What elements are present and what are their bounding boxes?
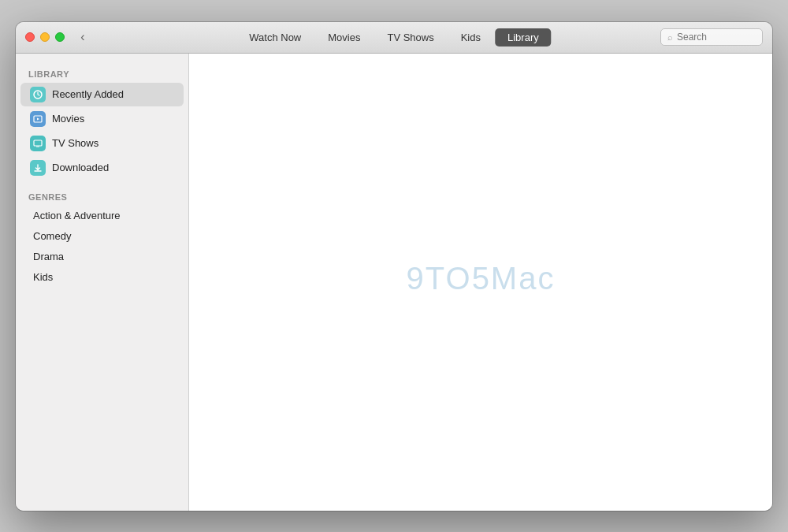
nav-tabs: Watch Now Movies TV Shows Kids Library [236,28,551,47]
sidebar-item-downloaded[interactable]: Downloaded [20,156,184,180]
main-content: 9TO5Mac [189,54,772,511]
close-button[interactable] [25,32,35,42]
search-box[interactable]: ⌕ [660,28,763,46]
app-window: ‹ Watch Now Movies TV Shows Kids Library… [16,22,772,511]
sidebar-item-recently-added[interactable]: Recently Added [20,83,184,106]
tab-watch-now[interactable]: Watch Now [236,28,314,47]
recently-added-icon [30,87,46,102]
tab-tv-shows[interactable]: TV Shows [374,28,446,47]
tv-shows-label: TV Shows [52,137,98,149]
sidebar-item-tv-shows[interactable]: TV Shows [20,132,184,155]
tab-library[interactable]: Library [495,28,552,47]
genre-item-action-adventure[interactable]: Action & Adventure [20,206,184,225]
downloaded-label: Downloaded [52,162,109,173]
genre-item-kids[interactable]: Kids [20,267,184,287]
search-input[interactable] [677,32,756,43]
downloaded-icon [30,160,46,176]
sidebar-item-movies[interactable]: Movies [20,107,184,131]
genre-item-comedy[interactable]: Comedy [20,226,184,246]
tab-movies[interactable]: Movies [315,28,373,47]
content-area: Library Recently Added Movies [16,54,772,511]
search-icon: ⌕ [667,32,673,42]
movies-icon [30,111,46,127]
tab-kids[interactable]: Kids [448,28,493,47]
watermark: 9TO5Mac [407,261,556,296]
maximize-button[interactable] [55,32,65,42]
recently-added-label: Recently Added [52,88,124,100]
genres-section-label: Genres [16,189,188,205]
sidebar: Library Recently Added Movies [16,54,189,511]
movies-label: Movies [52,113,84,125]
tv-shows-icon [30,136,46,151]
minimize-button[interactable] [40,32,50,42]
library-section-label: Library [16,66,188,82]
genre-item-drama[interactable]: Drama [20,247,184,266]
back-button[interactable]: ‹ [74,28,91,46]
svg-rect-2 [34,140,42,146]
titlebar: ‹ Watch Now Movies TV Shows Kids Library… [16,22,772,54]
traffic-lights [25,32,65,42]
